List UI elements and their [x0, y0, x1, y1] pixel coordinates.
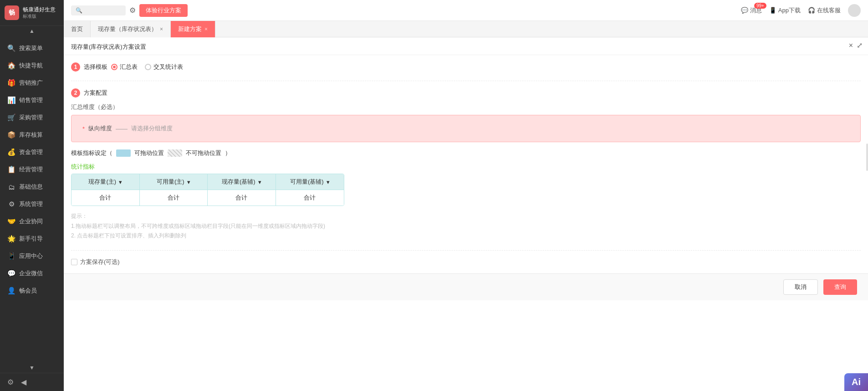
template-indicator: 模板指标设定（ 可拖动位置 不可拖动位置 ） [71, 149, 861, 157]
cell-4: 合计 [276, 190, 344, 206]
collapse-icon[interactable]: ◀ [21, 378, 26, 386]
tab-new-plan-close[interactable]: × [204, 26, 208, 32]
dimension-label: 汇总维度（必选） [71, 103, 861, 111]
trial-btn[interactable]: 体验行业方案 [139, 4, 188, 17]
cell-2: 合计 [140, 190, 208, 206]
topbar-online-service[interactable]: 🎧 在线客服 [808, 6, 841, 15]
home-icon: 🏠 [7, 62, 15, 70]
box-icon: 📦 [7, 131, 15, 139]
stats-table-body: 合计 合计 合计 合计 [71, 190, 344, 206]
bottom-bar: 取消 查询 [64, 273, 868, 300]
checkbox-box[interactable] [71, 259, 77, 265]
cell-3: 合计 [208, 190, 276, 206]
headset-icon: 🎧 [808, 7, 815, 14]
user-avatar[interactable] [848, 4, 861, 17]
section2-num: 2 [71, 88, 80, 98]
col-header-1[interactable]: 现存量(主) ▾ [71, 174, 140, 190]
ai-badge[interactable]: Ai [844, 373, 868, 391]
topbar-right: 💬 消息 99+ 📱 App下载 🎧 在线客服 [741, 4, 861, 17]
tab-inventory[interactable]: 现存量（库存状况表） × [91, 21, 171, 37]
section-template: 1 选择模板 汇总表 交叉统计表 [71, 62, 861, 72]
cart-icon: 🛒 [7, 113, 15, 122]
sidebar-item-system[interactable]: ⚙ 系统管理 [0, 196, 64, 213]
sidebar-item-contract[interactable]: 🤝 企业协同 [0, 213, 64, 230]
main-area: 🔍 ⚙ 体验行业方案 💬 消息 99+ 📱 App下载 🎧 在线客服 首 [64, 0, 868, 391]
panel-header: 现存量(库存状况表)方案设置 [64, 37, 868, 55]
mobile-icon: 📱 [769, 7, 776, 14]
brand-icon: 畅 [5, 5, 19, 20]
folder-icon: 🗂 [7, 183, 15, 191]
sidebar-search-label: 搜索菜单 [19, 44, 43, 52]
save-checkbox[interactable]: 方案保存(可选) [71, 258, 861, 266]
sidebar-item-apps[interactable]: 📱 应用中心 [0, 247, 64, 265]
panel-expand-btn[interactable]: ⤢ [857, 41, 863, 50]
sidebar-item-sales[interactable]: 📊 销售管理 [0, 92, 64, 109]
star-icon: 🌟 [7, 235, 15, 243]
settings-icon[interactable]: ⚙ [7, 378, 14, 386]
topbar-search[interactable]: 🔍 [71, 5, 126, 15]
tips-area: 提示： 1.拖动标题栏可以调整布局，不可跨维度或指标区域拖动栏目字段(只能在同一… [71, 211, 861, 241]
money-icon: 💰 [7, 148, 15, 156]
sidebar-item-finance[interactable]: 💰 资金管理 [0, 144, 64, 161]
sidebar-brand: 畅 畅康通好生意 标准版 [0, 0, 64, 26]
phone-icon: 📱 [7, 252, 15, 260]
topbar-message[interactable]: 💬 消息 99+ [741, 6, 762, 15]
cell-1: 合计 [71, 190, 140, 206]
message-icon: 💬 [741, 7, 748, 14]
tab-new-plan[interactable]: 新建方案 × [171, 21, 215, 37]
sidebar-item-wechat[interactable]: 💬 企业微信 [0, 265, 64, 282]
brand-text: 畅康通好生意 标准版 [23, 6, 56, 20]
col-header-4[interactable]: 可用量(基辅) ▾ [276, 174, 344, 190]
cancel-button[interactable]: 取消 [783, 279, 818, 295]
user-icon: 👤 [7, 287, 15, 295]
tip-2: 2. 点击标题栏下拉可设置排序、插入列和删除列 [71, 231, 861, 241]
scroll-down-btn[interactable]: ▼ [0, 363, 64, 373]
section-config: 2 方案配置 汇总维度（必选） * 纵向维度 —— 请选择分组维度 模板指标设定… [71, 88, 861, 241]
tab-inventory-close[interactable]: × [160, 26, 163, 32]
dimension-dash: —— [116, 125, 128, 132]
radio-summary[interactable]: 汇总表 [111, 63, 138, 71]
chart-icon: 📊 [7, 96, 15, 104]
topbar-search-icon: 🔍 [76, 7, 82, 14]
sidebar-item-operations[interactable]: 📋 经营管理 [0, 161, 64, 178]
sidebar-item-basic[interactable]: 🗂 基础信息 [0, 178, 64, 196]
sidebar-item-member[interactable]: 👤 畅会员 [0, 282, 64, 299]
tab-new-plan-label: 新建方案 [178, 25, 202, 33]
dimension-required: * [82, 125, 85, 132]
section1-title: 1 选择模板 汇总表 交叉统计表 [71, 62, 861, 72]
sidebar-item-inventory[interactable]: 📦 库存核算 [0, 126, 64, 144]
topbar-app-download[interactable]: 📱 App下载 [769, 6, 801, 15]
col4-chevron-icon: ▾ [327, 179, 330, 185]
topbar-gear-icon[interactable]: ⚙ [129, 6, 136, 15]
col3-chevron-icon: ▾ [258, 179, 261, 185]
dimension-box[interactable]: * 纵向维度 —— 请选择分组维度 [71, 115, 861, 142]
tip-1: 1.拖动标题栏可以调整布局，不可跨维度或指标区域拖动栏目字段(只能在同一维度或指… [71, 221, 861, 232]
topbar-left: 🔍 ⚙ 体验行业方案 [71, 4, 735, 17]
query-button[interactable]: 查询 [823, 279, 857, 295]
draggable-indicator [116, 149, 131, 157]
radio-summary-dot [111, 64, 117, 70]
save-label: 方案保存(可选) [80, 258, 120, 266]
stats-table: 现存量(主) ▾ 可用量(主) ▾ 现存量(基辅) ▾ 可用量(基辅) [71, 174, 344, 206]
tab-home[interactable]: 首页 [64, 21, 91, 37]
radio-cross[interactable]: 交叉统计表 [145, 63, 183, 71]
side-scrollbar[interactable] [866, 144, 868, 171]
panel-body: 1 选择模板 汇总表 交叉统计表 [64, 55, 868, 273]
sidebar-item-nav[interactable]: 🏠 快捷导航 [0, 57, 64, 74]
col-header-3[interactable]: 现存量(基辅) ▾ [208, 174, 276, 190]
tab-inventory-label: 现存量（库存状况表） [98, 25, 157, 33]
col1-chevron-icon: ▾ [119, 179, 122, 185]
sidebar-item-newcomer[interactable]: 🌟 新手引导 [0, 230, 64, 247]
col-header-2[interactable]: 可用量(主) ▾ [140, 174, 208, 190]
gear-icon: ⚙ [7, 200, 15, 208]
sidebar-item-marketing[interactable]: 🎁 营销推广 [0, 74, 64, 92]
not-draggable-indicator [168, 149, 182, 157]
clipboard-icon: 📋 [7, 165, 15, 174]
panel-close-btn[interactable]: × [849, 41, 853, 50]
sidebar-footer: ⚙ ◀ [0, 373, 64, 391]
sidebar-item-purchase[interactable]: 🛒 采购管理 [0, 109, 64, 126]
section2-label: 方案配置 [84, 89, 107, 97]
scroll-up-btn[interactable]: ▲ [0, 26, 64, 36]
sidebar-item-search[interactable]: 🔍 搜索菜单 [0, 40, 64, 57]
handshake-icon: 🤝 [7, 217, 15, 226]
